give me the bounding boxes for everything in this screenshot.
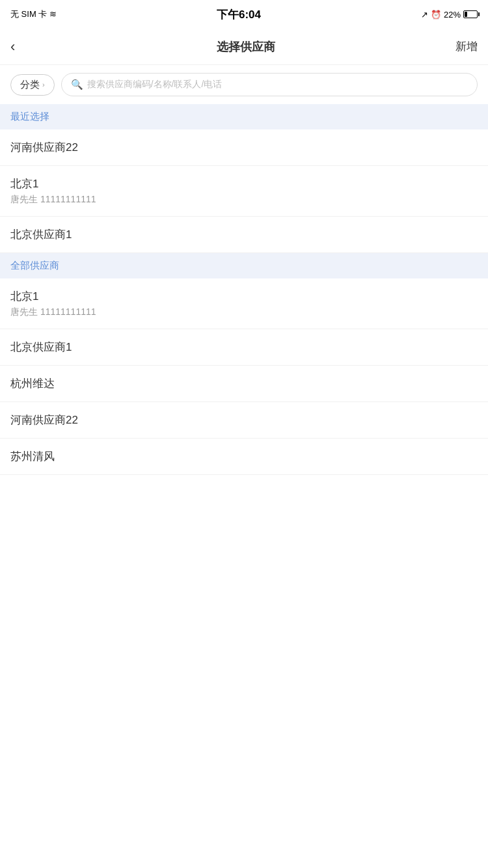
battery-icon	[463, 10, 478, 18]
item-name: 杭州维达	[10, 376, 478, 391]
list-item[interactable]: 北京供应商1	[0, 329, 488, 366]
item-name: 北京1	[10, 289, 478, 304]
recent-list: 河南供应商22 北京1 唐先生 11111111111 北京供应商1	[0, 129, 488, 253]
back-button[interactable]: ‹	[10, 38, 36, 55]
search-box[interactable]: 🔍 搜索供应商编码/名称/联系人/电话	[61, 73, 478, 96]
search-icon: 🔍	[71, 79, 83, 90]
list-item[interactable]: 河南供应商22	[0, 129, 488, 166]
item-detail: 唐先生 11111111111	[10, 194, 478, 206]
item-name: 北京供应商1	[10, 340, 478, 355]
recent-section-label: 最近选择	[10, 111, 49, 122]
status-left: 无 SIM 卡 ≋	[10, 8, 57, 20]
filter-bar: 分类 › 🔍 搜索供应商编码/名称/联系人/电话	[0, 65, 488, 104]
sim-indicator: 无 SIM 卡 ≋	[10, 8, 57, 20]
status-right: ↗ ⏰ 22%	[421, 10, 478, 20]
list-item[interactable]: 北京1 唐先生 11111111111	[0, 278, 488, 329]
item-name: 北京供应商1	[10, 227, 478, 242]
chevron-right-icon: ›	[42, 81, 45, 88]
status-time: 下午6:04	[217, 7, 261, 22]
list-item[interactable]: 苏州清风	[0, 439, 488, 475]
page-title: 选择供应商	[217, 39, 275, 55]
recent-section-header: 最近选择	[0, 104, 488, 129]
category-label: 分类	[20, 79, 40, 91]
item-name: 苏州清风	[10, 449, 478, 464]
category-button[interactable]: 分类 ›	[10, 74, 55, 96]
location-icon: ↗	[421, 10, 428, 20]
list-item[interactable]: 北京供应商1	[0, 217, 488, 253]
all-section-header: 全部供应商	[0, 253, 488, 278]
add-button[interactable]: 新增	[455, 39, 478, 54]
item-name: 北京1	[10, 176, 478, 191]
status-bar: 无 SIM 卡 ≋ 下午6:04 ↗ ⏰ 22%	[0, 0, 488, 29]
alarm-icon: ⏰	[431, 10, 441, 20]
all-list: 北京1 唐先生 11111111111 北京供应商1 杭州维达 河南供应商22 …	[0, 278, 488, 475]
all-section-label: 全部供应商	[10, 260, 59, 271]
search-placeholder: 搜索供应商编码/名称/联系人/电话	[87, 79, 223, 90]
list-item[interactable]: 河南供应商22	[0, 402, 488, 439]
item-name: 河南供应商22	[10, 413, 478, 427]
item-detail: 唐先生 11111111111	[10, 306, 478, 318]
battery-percentage: 22%	[444, 10, 461, 20]
item-name: 河南供应商22	[10, 140, 478, 155]
list-item[interactable]: 北京1 唐先生 11111111111	[0, 166, 488, 217]
list-item[interactable]: 杭州维达	[0, 366, 488, 402]
nav-bar: ‹ 选择供应商 新增	[0, 29, 488, 65]
